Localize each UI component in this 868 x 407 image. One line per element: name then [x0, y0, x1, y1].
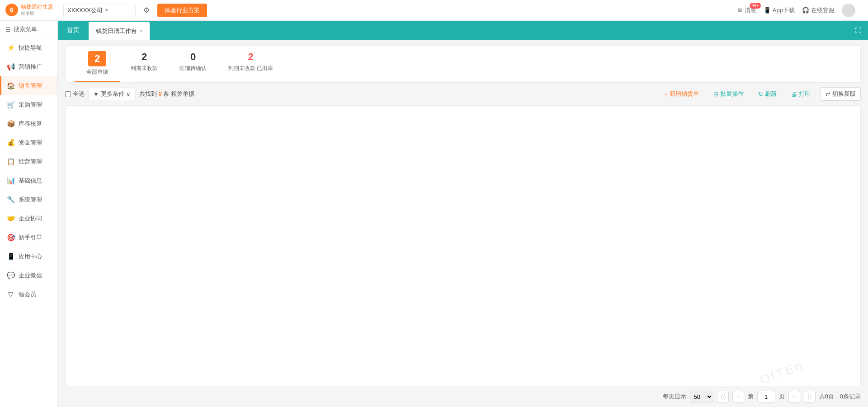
tab-home[interactable]: 首页	[58, 21, 89, 40]
sidebar-item-label: 系统管理	[19, 196, 42, 204]
add-sale-button[interactable]: + 新增销货单	[660, 88, 703, 100]
select-all-input[interactable]	[65, 91, 71, 97]
print-icon: 🖨	[791, 91, 797, 98]
batch-label: 批量操作	[720, 90, 744, 98]
filter-icon: ▼	[93, 91, 99, 98]
filter-tab-all-num: 2	[88, 51, 106, 66]
sidebar-item-wechat[interactable]: 💬 企业微信	[0, 266, 57, 285]
app-download-label: App下载	[773, 6, 795, 14]
message-button[interactable]: ✉ 消息 99+	[738, 6, 756, 14]
page-number-input[interactable]	[757, 391, 775, 402]
add-icon: +	[664, 91, 668, 98]
switch-button[interactable]: ⇄ 切换新版	[821, 87, 861, 101]
filter-button[interactable]: ▼ 更多条件 ∨	[88, 88, 136, 100]
table-area	[65, 105, 861, 386]
settings-button[interactable]: ⚙	[139, 3, 154, 18]
sidebar-item-label: 应用中心	[19, 253, 42, 261]
sidebar-item-purchase[interactable]: 🛒 采购管理	[0, 95, 57, 114]
toolbar-right: + 新增销货单 ⊞ 批量操作 ↻ 刷新 🖨 打印	[660, 87, 861, 101]
download-icon: 📱	[764, 7, 771, 14]
tab-workbench[interactable]: 钱货日清工作台 ×	[89, 22, 150, 41]
count-info: 共找到 0 条 相关单据	[139, 90, 194, 98]
filter-tab-pending-label: 旺辅待确认	[179, 65, 207, 72]
guide-icon: 🎯	[7, 234, 15, 242]
tab-close-button[interactable]: ×	[140, 28, 142, 34]
sidebar-item-marketing[interactable]: 📢 营销推广	[0, 57, 57, 76]
search-menu-button[interactable]: ☰ 搜索菜单	[0, 21, 57, 38]
select-all-checkbox[interactable]: 全选	[65, 90, 85, 98]
company-selector[interactable]: XXXXXX公司 ▼	[63, 4, 136, 17]
search-icon: ☰	[5, 26, 11, 33]
search-menu-label: 搜索菜单	[14, 25, 37, 33]
switch-icon: ⇄	[826, 91, 830, 98]
last-page-button[interactable]: ⟩⟩	[804, 391, 816, 402]
finance-icon: 💰	[7, 139, 15, 147]
refresh-button[interactable]: ↻ 刷新	[754, 88, 781, 100]
first-page-button[interactable]: ⟨⟨	[717, 391, 729, 402]
chevron-icon: ∨	[126, 91, 131, 98]
filter-tab-all[interactable]: 2 全部单据	[75, 46, 120, 82]
wechat-icon: 💬	[7, 271, 15, 280]
sidebar-item-finance[interactable]: 💰 资金管理	[0, 133, 57, 152]
message-badge: 99+	[750, 3, 761, 9]
sidebar-item-guide[interactable]: 🎯 新手引导	[0, 228, 57, 247]
header-right: ✉ 消息 99+ 📱 App下载 🎧 在线客服	[738, 4, 863, 17]
member-icon: ▽	[7, 290, 15, 299]
sidebar-item-label: 企业协同	[19, 215, 42, 223]
prev-page-button[interactable]: ＜	[732, 391, 744, 402]
refresh-label: 刷新	[765, 90, 777, 98]
enterprise-icon: 🤝	[7, 215, 15, 223]
page-label: 第	[748, 393, 754, 401]
count-suffix: 条 相关单据	[163, 90, 194, 97]
sales-icon: 🏠	[7, 82, 15, 90]
sidebar-item-label: 资金管理	[19, 139, 42, 147]
logo-area: 6 畅捷通好生意 标准版	[5, 4, 63, 16]
next-page-button[interactable]: ＞	[788, 391, 800, 402]
filter-tab-overdue-num: 2	[142, 51, 147, 63]
sidebar-item-sales[interactable]: 🏠 销售管理	[0, 76, 57, 95]
system-icon: 🔧	[7, 196, 15, 204]
filter-tab-pending-num: 0	[190, 51, 196, 63]
chevron-down-icon: ▼	[104, 8, 109, 13]
per-page-select[interactable]: 50 10 20 100	[690, 391, 713, 402]
sidebar-item-inventory[interactable]: 📦 库存核算	[0, 114, 57, 133]
batch-icon: ⊞	[713, 91, 718, 98]
sidebar-item-quick-nav[interactable]: ⚡ 快捷导航	[0, 38, 57, 57]
online-service-button[interactable]: 🎧 在线客服	[802, 6, 835, 14]
avatar[interactable]	[842, 4, 855, 17]
quick-nav-icon: ⚡	[7, 44, 15, 52]
trial-button[interactable]: 体验行业方案	[157, 4, 207, 17]
app-center-icon: 📱	[7, 253, 15, 261]
sidebar-item-enterprise[interactable]: 🤝 企业协同	[0, 209, 57, 228]
gear-icon: ⚙	[143, 6, 150, 14]
filter-tab-overdue-label: 到期未收款	[131, 65, 158, 72]
operations-icon: 📋	[7, 158, 15, 166]
sidebar-item-label: 企业微信	[19, 271, 42, 280]
filter-tab-all-label: 全部单据	[86, 68, 108, 76]
refresh-icon: ↻	[758, 91, 763, 98]
select-all-label: 全选	[73, 90, 85, 98]
filter-tab-pending[interactable]: 0 旺辅待确认	[169, 46, 217, 82]
print-button[interactable]: 🖨 打印	[787, 88, 815, 100]
sidebar-item-label: 采购管理	[19, 101, 42, 109]
batch-button[interactable]: ⊞ 批量操作	[709, 88, 748, 100]
tab-minimize-button[interactable]: —	[837, 24, 850, 37]
sidebar-item-app-center[interactable]: 📱 应用中心	[0, 247, 57, 266]
count-prefix: 共找到	[139, 90, 157, 97]
sidebar-item-basic-info[interactable]: 📊 基础信息	[0, 171, 57, 190]
filter-tab-overdue-out[interactable]: 2 到期未收款 已出库	[217, 46, 284, 82]
sidebar-item-label: 畅会员	[19, 290, 36, 299]
sidebar-item-system[interactable]: 🔧 系统管理	[0, 190, 57, 209]
sidebar-item-member[interactable]: ▽ 畅会员	[0, 285, 57, 304]
filter-btn-label: 更多条件	[101, 90, 124, 98]
sidebar-item-operations[interactable]: 📋 经营管理	[0, 152, 57, 171]
online-service-label: 在线客服	[811, 6, 835, 14]
app-download-button[interactable]: 📱 App下载	[764, 6, 795, 14]
tab-maximize-button[interactable]: ⛶	[852, 24, 864, 37]
company-name: XXXXXX公司	[67, 6, 103, 14]
total-info: 共0页，0条记录	[819, 393, 861, 401]
filter-tab-overdue[interactable]: 2 到期未收款	[120, 46, 169, 82]
main-layout: ☰ 搜索菜单 ⚡ 快捷导航 📢 营销推广 🏠 销售管理 🛒 采购管理 📦 库存核…	[0, 21, 868, 407]
sidebar-item-label: 基础信息	[19, 177, 42, 185]
tab-actions: — ⛶	[834, 24, 868, 37]
